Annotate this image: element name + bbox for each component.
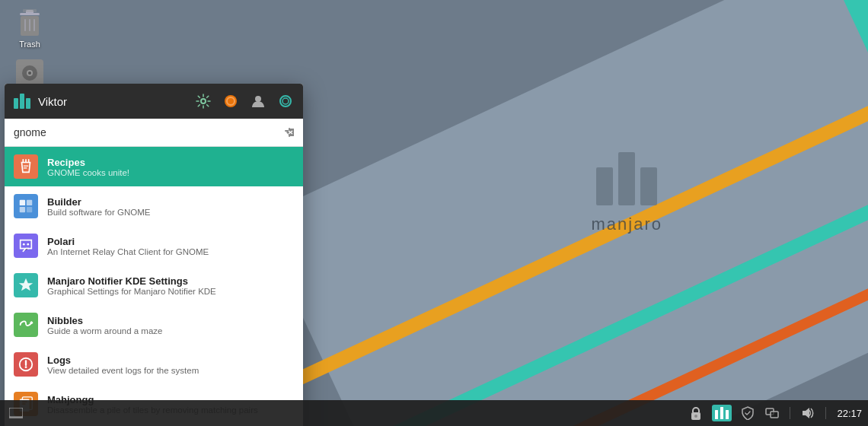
svg-point-32 <box>30 321 34 324</box>
svg-point-30 <box>23 243 25 246</box>
svg-rect-43 <box>9 417 23 418</box>
taskbar-separator-2 <box>825 407 826 419</box>
svg-point-45 <box>694 415 697 418</box>
taskbar-time: 22:17 <box>837 408 862 419</box>
svg-rect-48 <box>726 410 729 419</box>
desktop-manjaro-logo: manjaro <box>592 152 662 234</box>
app-desc-manjaro-notifier: Graphical Settings for Manjaro Notifier … <box>47 287 294 296</box>
app-name-polari: Polari <box>47 236 294 247</box>
app-icon-polari <box>14 234 38 258</box>
app-info-nibbles: NibblesGuide a worm around a maze <box>47 315 294 335</box>
app-list: RecipesGNOME cooks unite!BuilderBuild so… <box>5 147 303 426</box>
disk-icon[interactable] <box>16 59 43 87</box>
app-desc-polari: An Internet Relay Chat Client for GNOME <box>47 247 294 256</box>
app-item-manjaro-notifier[interactable]: Manjaro Notifier KDE SettingsGraphical S… <box>5 265 303 305</box>
taskbar-separator-1 <box>790 407 790 419</box>
svg-rect-27 <box>27 200 32 205</box>
app-item-recipes[interactable]: RecipesGNOME cooks unite! <box>5 147 303 186</box>
taskbar-manjaro-icon[interactable] <box>712 405 732 421</box>
svg-rect-28 <box>20 207 25 212</box>
svg-rect-14 <box>20 94 24 109</box>
search-input[interactable] <box>11 119 282 146</box>
header-icons <box>195 93 294 110</box>
svg-point-19 <box>255 96 261 102</box>
launcher-title: Viktor <box>38 95 187 108</box>
app-icon-manjaro-notifier <box>14 273 38 297</box>
app-name-builder: Builder <box>47 196 294 208</box>
volume-icon[interactable] <box>799 405 816 421</box>
svg-point-20 <box>280 96 291 106</box>
svg-point-16 <box>201 99 206 103</box>
app-name-manjaro-notifier: Manjaro Notifier KDE Settings <box>47 275 294 287</box>
manjaro-logo-icon <box>596 152 657 205</box>
svg-rect-7 <box>29 19 30 31</box>
taskbar: 22:17 <box>0 400 868 426</box>
svg-rect-50 <box>771 412 778 418</box>
app-info-polari: PolariAn Internet Relay Chat Client for … <box>47 236 294 256</box>
app-info-manjaro-notifier: Manjaro Notifier KDE SettingsGraphical S… <box>47 275 294 296</box>
app-icon-builder <box>14 194 38 218</box>
trash-label: Trash <box>19 40 40 49</box>
app-desc-logs: View detailed event logs for the system <box>47 366 294 375</box>
desktop: manjaro Trash <box>0 0 868 426</box>
svg-point-35 <box>25 366 27 368</box>
svg-rect-1 <box>618 152 635 205</box>
svg-rect-6 <box>24 19 26 31</box>
launcher-manjaro-icon <box>14 94 30 109</box>
search-clear-button[interactable] <box>282 125 297 140</box>
app-desc-builder: Build software for GNOME <box>47 208 294 217</box>
svg-rect-47 <box>720 407 723 419</box>
trash-icon[interactable]: Trash <box>3 3 56 53</box>
svg-point-21 <box>282 98 289 104</box>
app-item-logs[interactable]: LogsView detailed event logs for the sys… <box>5 345 303 384</box>
app-icon-recipes <box>14 154 38 179</box>
notifications-header-icon[interactable] <box>222 93 239 110</box>
trash-svg <box>17 8 43 37</box>
app-info-logs: LogsView detailed event logs for the sys… <box>47 354 294 375</box>
svg-rect-9 <box>23 9 37 12</box>
svg-rect-29 <box>27 207 32 212</box>
launcher-header: Viktor <box>5 84 303 119</box>
svg-rect-26 <box>20 200 25 205</box>
trash-icon-img <box>16 8 43 38</box>
svg-rect-8 <box>34 19 35 31</box>
app-item-polari[interactable]: PolariAn Internet Relay Chat Client for … <box>5 226 303 265</box>
power-header-icon[interactable] <box>277 93 294 110</box>
app-desc-nibbles: Guide a worm around a maze <box>47 326 294 335</box>
desktop-manjaro-text: manjaro <box>592 215 662 234</box>
app-info-builder: BuilderBuild software for GNOME <box>47 196 294 217</box>
desktop-icons: Trash <box>0 0 59 90</box>
svg-point-12 <box>28 72 31 75</box>
disk-svg <box>21 64 39 82</box>
app-launcher: Viktor <box>5 84 303 426</box>
show-desktop-area <box>6 405 26 421</box>
app-icon-nibbles <box>14 313 38 337</box>
security-icon[interactable] <box>739 405 756 421</box>
lock-icon[interactable] <box>688 405 704 421</box>
svg-rect-42 <box>9 408 23 417</box>
app-item-nibbles[interactable]: NibblesGuide a worm around a maze <box>5 305 303 345</box>
app-desc-recipes: GNOME cooks unite! <box>47 168 294 177</box>
svg-rect-2 <box>640 167 657 205</box>
account-header-icon[interactable] <box>250 93 266 110</box>
search-bar <box>5 119 303 147</box>
app-name-recipes: Recipes <box>47 157 294 168</box>
app-icon-logs <box>14 352 38 377</box>
svg-rect-15 <box>26 98 30 109</box>
app-name-nibbles: Nibbles <box>47 315 294 326</box>
show-desktop-button[interactable] <box>8 405 24 421</box>
app-item-builder[interactable]: BuilderBuild software for GNOME <box>5 186 303 226</box>
svg-rect-46 <box>715 410 718 419</box>
svg-rect-13 <box>14 98 18 109</box>
app-name-logs: Logs <box>47 354 294 366</box>
svg-rect-0 <box>596 167 613 205</box>
settings-header-icon[interactable] <box>195 93 212 110</box>
svg-point-31 <box>27 243 29 246</box>
app-info-recipes: RecipesGNOME cooks unite! <box>47 157 294 177</box>
window-manager-icon[interactable] <box>764 405 780 421</box>
